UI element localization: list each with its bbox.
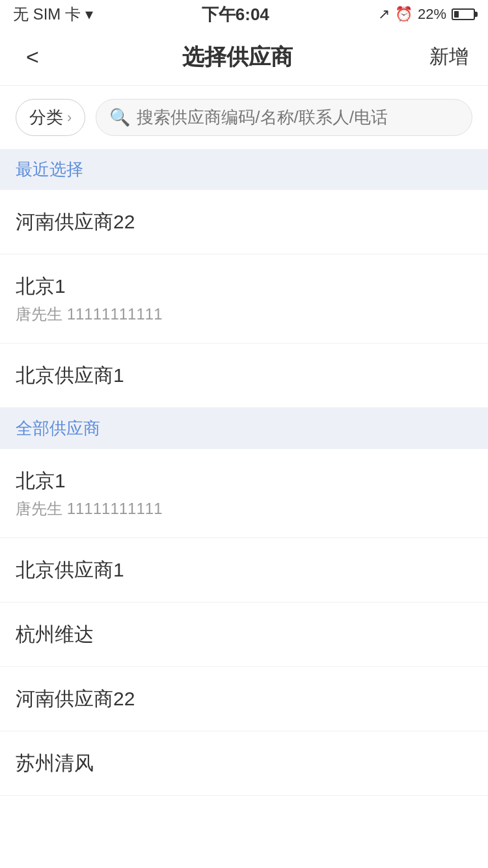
item-sub: 唐先生 11111111111 (16, 498, 472, 519)
location-icon: ↗ (378, 6, 390, 23)
add-button[interactable]: 新增 (429, 44, 468, 70)
list-item[interactable]: 北京1唐先生 11111111111 (0, 449, 488, 538)
list-item[interactable]: 北京供应商1 (0, 344, 488, 408)
chevron-right-icon: › (67, 109, 72, 126)
item-name: 河南供应商22 (16, 208, 472, 236)
list-item[interactable]: 河南供应商22 (0, 667, 488, 731)
search-box[interactable]: 🔍 (96, 99, 472, 136)
list-item[interactable]: 苏州清风 (0, 731, 488, 796)
recent-list: 河南供应商22北京1唐先生 11111111111北京供应商1 (0, 190, 488, 408)
filter-bar: 分类 › 🔍 (0, 86, 488, 149)
item-name: 北京1 (16, 273, 472, 300)
status-bar: 无 SIM 卡 ▾ 下午6:04 ↗ ⏰ 22% (0, 0, 488, 29)
battery-percent: 22% (418, 6, 446, 23)
list-item[interactable]: 北京供应商1 (0, 538, 488, 603)
nav-bar: < 选择供应商 新增 (0, 29, 488, 86)
all-section-header: 全部供应商 (0, 408, 488, 449)
item-name: 北京供应商1 (16, 362, 472, 389)
list-item[interactable]: 杭州维达 (0, 603, 488, 667)
battery-icon (452, 8, 475, 20)
alarm-icon: ⏰ (395, 6, 413, 23)
search-icon: 🔍 (109, 107, 130, 128)
list-item[interactable]: 河南供应商22 (0, 190, 488, 254)
category-label: 分类 (29, 106, 63, 129)
item-sub: 唐先生 11111111111 (16, 304, 472, 325)
list-item[interactable]: 北京1唐先生 11111111111 (0, 254, 488, 344)
all-section-title: 全部供应商 (16, 418, 100, 438)
status-time: 下午6:04 (202, 3, 269, 26)
item-name: 苏州清风 (16, 750, 472, 777)
page-title: 选择供应商 (182, 42, 293, 72)
sim-status: 无 SIM 卡 ▾ (13, 4, 93, 25)
item-name: 河南供应商22 (16, 685, 472, 712)
recent-section-header: 最近选择 (0, 149, 488, 190)
search-input[interactable] (137, 107, 459, 128)
item-name: 北京供应商1 (16, 556, 472, 584)
back-button[interactable]: < (20, 38, 46, 76)
status-right: ↗ ⏰ 22% (378, 6, 475, 23)
status-left: 无 SIM 卡 ▾ (13, 4, 93, 25)
category-button[interactable]: 分类 › (16, 99, 85, 136)
item-name: 杭州维达 (16, 621, 472, 648)
all-list: 北京1唐先生 11111111111北京供应商1杭州维达河南供应商22苏州清风 (0, 449, 488, 796)
recent-section-title: 最近选择 (16, 159, 83, 179)
item-name: 北京1 (16, 467, 472, 495)
